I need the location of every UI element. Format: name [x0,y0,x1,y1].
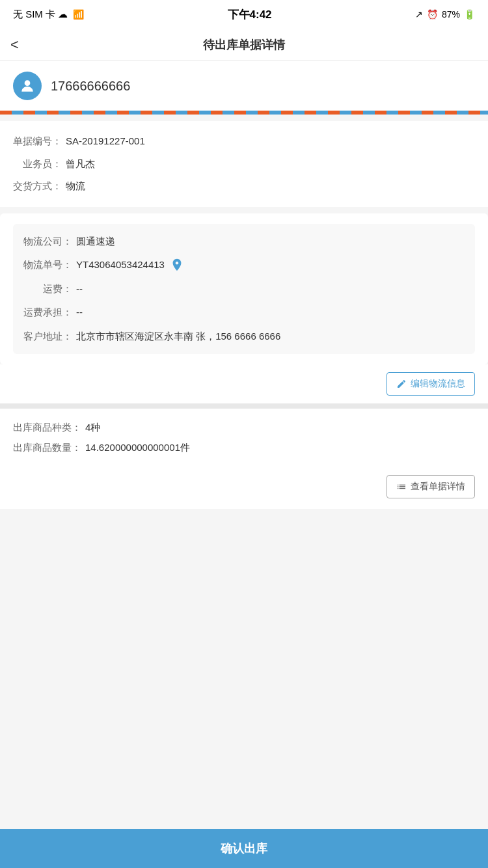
back-icon: < [10,36,19,53]
delivery-row: 交货方式： 物流 [13,179,475,194]
edit-logistics-button[interactable]: 编辑物流信息 [386,372,475,396]
status-right: ↗ ⏰ 87% 🔋 [415,9,475,20]
confirm-bar[interactable]: 确认出库 [0,829,488,868]
tracking-location-icon[interactable] [170,258,184,272]
view-details-button[interactable]: 查看单据详情 [386,475,475,498]
goods-section: 出库商品种类： 4种 出库商品数量： 14.620000000000001件 [0,409,488,467]
order-no-row: 单据编号： SA-20191227-001 [13,134,475,149]
battery-level: 87% [442,9,460,20]
goods-quantity-row: 出库商品数量： 14.620000000000001件 [13,442,475,454]
view-btn-row: 查看单据详情 [0,467,488,509]
freight-label: 运费： [23,282,72,297]
edit-btn-row: 编辑物流信息 [0,364,488,403]
address-value: 北京市市辖区海淀区永丰南 张，156 6666 6666 [76,329,465,344]
edit-icon [396,379,407,389]
tracking-value: YT43064053424413 [76,258,465,273]
delivery-value: 物流 [66,179,475,194]
goods-quantity-value: 14.620000000000001件 [85,442,190,454]
user-icon [19,77,36,94]
address-row: 客户地址： 北京市市辖区海淀区永丰南 张，156 6666 6666 [23,329,465,344]
battery-icon: 🔋 [464,9,475,20]
status-left: 无 SIM 卡 ☁ 📶 [13,8,84,21]
view-details-label: 查看单据详情 [411,481,465,493]
company-row: 物流公司： 圆通速递 [23,234,465,249]
tracking-label: 物流单号： [23,258,72,273]
user-section: 17666666666 [0,61,488,111]
staff-label: 业务员： [13,157,62,172]
location-icon: ↗ [415,9,423,20]
goods-types-value: 4种 [85,422,100,434]
freight-value: -- [76,282,465,297]
status-bar: 无 SIM 卡 ☁ 📶 下午4:42 ↗ ⏰ 87% 🔋 [0,0,488,29]
svg-point-0 [25,80,31,86]
company-label: 物流公司： [23,234,72,249]
logistics-section: 物流公司： 圆通速递 物流单号： YT43064053424413 运费： --… [0,213,488,365]
order-info-section: 单据编号： SA-20191227-001 业务员： 曾凡杰 交货方式： 物流 [0,121,488,207]
freight-bearer-label: 运费承担： [23,305,72,320]
order-no-value: SA-20191227-001 [66,134,475,149]
back-button[interactable]: < [10,36,19,53]
freight-bearer-row: 运费承担： -- [23,305,465,320]
dashed-divider [0,111,488,115]
freight-bearer-value: -- [76,305,465,320]
company-value: 圆通速递 [76,234,465,249]
order-no-label: 单据编号： [13,134,62,149]
wifi-icon: 📶 [73,9,84,20]
user-phone: 17666666666 [51,79,130,94]
avatar [13,72,42,100]
tracking-row: 物流单号： YT43064053424413 [23,258,465,273]
list-icon [396,481,407,492]
staff-value: 曾凡杰 [66,157,475,172]
status-time: 下午4:42 [228,7,272,22]
confirm-button-label: 确认出库 [221,841,267,856]
staff-row: 业务员： 曾凡杰 [13,157,475,172]
page-title: 待出库单据详情 [203,37,285,53]
goods-quantity-label: 出库商品数量： [13,442,81,454]
sim-label: 无 SIM 卡 ☁ [13,8,68,21]
nav-bar: < 待出库单据详情 [0,29,488,61]
section-divider [0,403,488,409]
logistics-inner: 物流公司： 圆通速递 物流单号： YT43064053424413 运费： --… [13,224,475,355]
goods-types-row: 出库商品种类： 4种 [13,422,475,434]
goods-types-label: 出库商品种类： [13,422,81,434]
edit-logistics-label: 编辑物流信息 [411,378,465,390]
alarm-icon: ⏰ [427,9,438,20]
freight-row: 运费： -- [23,282,465,297]
main-content: 17666666666 单据编号： SA-20191227-001 业务员： 曾… [0,61,488,561]
delivery-label: 交货方式： [13,179,62,194]
address-label: 客户地址： [23,329,72,344]
